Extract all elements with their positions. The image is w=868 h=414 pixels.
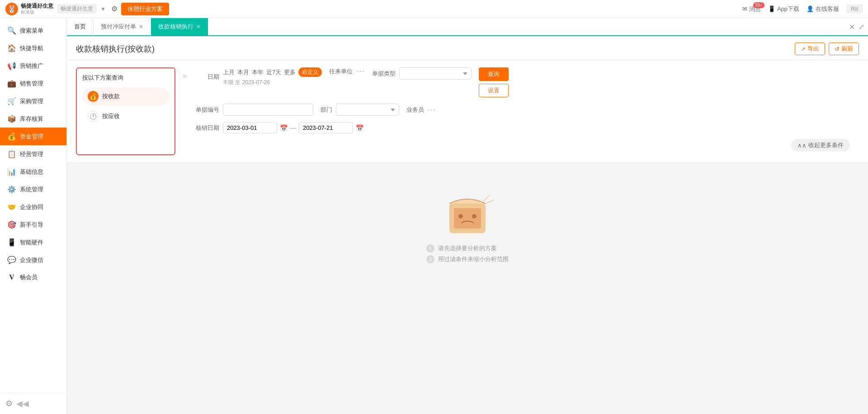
sidebar-item-collab[interactable]: 🤝 企业协同	[0, 198, 66, 216]
date-more-link[interactable]: 更多	[284, 68, 296, 76]
sidebar-item-member[interactable]: V 畅会员	[0, 269, 66, 286]
verify-date-start-input[interactable]	[223, 122, 277, 133]
finance-icon: 💰	[7, 132, 16, 141]
page-header: 收款核销执行(按收款) ↗ 导出 ↺ 刷新	[67, 36, 868, 60]
empty-text-item-1: 1 请先选择要分析的方案	[426, 244, 509, 252]
sidebar-collapse-icon[interactable]: ◀◀	[16, 399, 29, 409]
content-area: 首页 预付冲应付单 ✕ 收款核销执行 ✕ ✕ ⤢ 收款核销执行(按收款)	[67, 18, 868, 414]
empty-tip-1: 请先选择要分析的方案	[438, 244, 497, 252]
date-field: 日期 上月 本月 本年 近7天 更多 自定义 不限 至	[194, 67, 322, 86]
tabbar: 首页 预付冲应付单 ✕ 收款核销执行 ✕ ✕ ⤢	[67, 18, 868, 36]
tab-home[interactable]: 首页	[67, 18, 94, 36]
sidebar-item-purchase[interactable]: 🛒 采购管理	[0, 92, 66, 110]
message-button[interactable]: ✉ 消息 99+	[742, 5, 761, 13]
doc-type-select[interactable]	[399, 67, 472, 80]
collab-icon: 🤝	[7, 203, 16, 211]
service-icon: 👤	[807, 5, 814, 12]
solution-button[interactable]: 休憩行业方案	[121, 3, 169, 15]
verify-date-separator: —	[290, 124, 296, 131]
query-button[interactable]: 查询	[479, 67, 509, 81]
sidebar-item-label: 系统管理	[20, 186, 43, 194]
sidebar-item-label: 企业微信	[20, 256, 43, 264]
tab-expand-icon[interactable]: ⤢	[859, 23, 864, 31]
sidebar-item-basic[interactable]: 📊 基础信息	[0, 163, 66, 181]
app-download-button[interactable]: 📱 App下载	[768, 5, 799, 13]
date-shortcuts: 上月 本月 本年 近7天 更多 自定义	[223, 67, 322, 77]
sidebar: 🔍 搜索菜单 🏠 快捷导航 📢 营销推广 💼 销售管理 🛒 采购管理 📦	[0, 18, 67, 414]
svg-rect-1	[454, 208, 481, 228]
filter-option-by-receivable[interactable]: 🕐 按应收	[82, 107, 169, 125]
sidebar-item-label: 智能硬件	[20, 238, 43, 247]
filter-receivable-icon: 🕐	[88, 111, 99, 122]
sidebar-item-wechat[interactable]: 💬 企业微信	[0, 251, 66, 269]
tab-prepay[interactable]: 预付冲应付单 ✕	[94, 18, 151, 36]
sidebar-item-sales[interactable]: 💼 销售管理	[0, 75, 66, 92]
collapse-more-button[interactable]: ∧∧ 收起更多条件	[791, 139, 850, 152]
sidebar-item-search[interactable]: 🔍 搜索菜单	[0, 22, 66, 39]
dept-select[interactable]	[336, 104, 399, 116]
hardware-icon: 📱	[7, 238, 16, 247]
logo-icon: 🐰	[5, 3, 18, 15]
date-this-year[interactable]: 本年	[252, 68, 264, 76]
inventory-icon: 📦	[7, 114, 16, 123]
brand-selector[interactable]: 畅捷通好生意	[57, 4, 97, 14]
date-last-7-days[interactable]: 近7天	[266, 68, 281, 76]
sidebar-settings-icon[interactable]: ⚙	[5, 399, 13, 409]
tabbar-actions: ✕ ⤢	[845, 23, 868, 31]
sidebar-item-shortcut[interactable]: 🏠 快捷导航	[0, 39, 66, 57]
verify-date-end-input[interactable]	[299, 122, 353, 133]
purchase-icon: 🛒	[7, 97, 16, 105]
export-button[interactable]: ↗ 导出	[795, 43, 825, 55]
date-custom-badge[interactable]: 自定义	[298, 67, 322, 77]
collapse-more-row: ∧∧ 收起更多条件	[194, 137, 859, 155]
date-last-month[interactable]: 上月	[223, 68, 235, 76]
order-no-input[interactable]	[223, 104, 313, 116]
sidebar-item-label: 快捷导航	[20, 44, 43, 52]
sidebar-item-hardware[interactable]: 📱 智能硬件	[0, 233, 66, 251]
tab-prepay-label: 预付冲应付单	[101, 23, 136, 31]
sidebar-item-guide[interactable]: 🎯 新手引导	[0, 216, 66, 233]
salesperson-field: 业务员 ···	[406, 106, 436, 114]
sidebar-item-marketing[interactable]: 📢 营销推广	[0, 57, 66, 75]
settings-button[interactable]: 设置	[479, 84, 509, 97]
date-this-month[interactable]: 本月	[237, 68, 249, 76]
filter-receipt-label: 按收款	[102, 92, 120, 100]
home-icon: 🏠	[7, 44, 16, 52]
filter-receivable-label: 按应收	[102, 112, 120, 120]
counterparty-ellipsis-btn[interactable]: ···	[356, 67, 365, 76]
tab-verify-close-icon[interactable]: ✕	[196, 24, 201, 30]
member-icon: V	[7, 273, 16, 281]
topbar: 🐰 畅捷通好生意 标准版 畅捷通好生意 ▼ ⚙ 休憩行业方案 ✉ 消息 99+ …	[0, 0, 868, 18]
verify-date-end-calendar-icon[interactable]: 📅	[356, 124, 363, 132]
collapse-up-icon: ∧∧	[797, 142, 807, 149]
sidebar-item-inventory[interactable]: 📦 库存核算	[0, 110, 66, 128]
basic-icon: 📊	[7, 167, 16, 176]
collapse-btn-label: 收起更多条件	[808, 141, 844, 149]
counterparty-label: 往来单位	[329, 67, 353, 76]
sidebar-bottom: ⚙ ◀◀	[0, 393, 66, 414]
empty-illustration	[440, 190, 495, 235]
date-label: 日期	[194, 73, 219, 81]
query-buttons: 查询 设置	[479, 67, 509, 97]
settings-icon[interactable]: ⚙	[111, 5, 118, 13]
tab-close-all-icon[interactable]: ✕	[849, 23, 855, 31]
sidebar-item-finance[interactable]: 💰 资金管理	[0, 128, 66, 145]
refresh-button[interactable]: ↺ 刷新	[829, 43, 859, 55]
marketing-icon: 📢	[7, 62, 16, 70]
salesperson-ellipsis-btn[interactable]: ···	[428, 106, 436, 114]
date-unlimit-text: 不限 至 2023-07-26	[223, 79, 322, 86]
user-info[interactable]: Rit	[846, 5, 863, 13]
refresh-label: 刷新	[841, 45, 853, 53]
online-service-button[interactable]: 👤 在线客服	[807, 5, 839, 13]
verify-date-range: 📅 — 📅	[223, 122, 363, 133]
panel-collapse-icon[interactable]: »	[183, 72, 187, 80]
verify-date-start-calendar-icon[interactable]: 📅	[280, 124, 288, 132]
brand-dropdown-icon[interactable]: ▼	[100, 6, 106, 12]
svg-line-5	[486, 200, 494, 204]
topbar-left: 🐰 畅捷通好生意 标准版 畅捷通好生意 ▼ ⚙ 休憩行业方案	[5, 3, 742, 15]
sidebar-item-system[interactable]: ⚙️ 系统管理	[0, 181, 66, 198]
sidebar-item-operation[interactable]: 📋 经营管理	[0, 145, 66, 163]
filter-option-by-receipt[interactable]: 💰 按收款	[82, 87, 169, 105]
tab-prepay-close-icon[interactable]: ✕	[139, 24, 143, 30]
tab-verify[interactable]: 收款核销执行 ✕	[151, 18, 208, 36]
